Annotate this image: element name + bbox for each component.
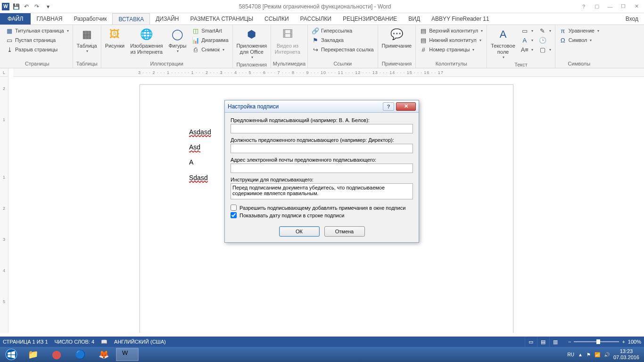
tab-home[interactable]: ГЛАВНАЯ	[31, 13, 68, 25]
screenshot-icon: ⎙	[192, 46, 199, 53]
signature-line-button[interactable]: ✎▾	[537, 26, 553, 35]
close-icon[interactable]: ✕	[631, 2, 642, 11]
document-area[interactable]: Asdasd Asd A Sdasd	[8, 77, 644, 333]
chart-button[interactable]: 📊Диаграмма	[190, 35, 230, 45]
quick-parts-button[interactable]: ▭▾	[519, 26, 535, 35]
doc-line[interactable]: Asd	[189, 143, 200, 151]
tab-page-layout[interactable]: РАЗМЕТКА СТРАНИЦЫ	[185, 13, 259, 25]
zoom-out-icon[interactable]: −	[568, 339, 571, 345]
bookmark-button[interactable]: ⚑Закладка	[310, 35, 376, 45]
web-layout-icon[interactable]: ▥	[549, 337, 561, 347]
redo-icon[interactable]: ↷	[33, 3, 41, 10]
tab-insert[interactable]: ВСТАВКА	[112, 13, 150, 25]
read-mode-icon[interactable]: ▭	[525, 337, 537, 347]
table-button[interactable]: ▦ Таблица ▾	[75, 26, 99, 55]
symbol-button[interactable]: ΩСимвол▾	[557, 35, 601, 45]
page-icon: ▦	[6, 27, 13, 34]
tray-volume-icon[interactable]: 🔊	[604, 352, 610, 357]
status-page[interactable]: СТРАНИЦА 1 ИЗ 1	[3, 339, 48, 345]
zoom-track[interactable]	[574, 341, 619, 342]
screenshot-button[interactable]: ⎙Снимок▾	[190, 45, 230, 54]
status-bar: СТРАНИЦА 1 ИЗ 1 ЧИСЛО СЛОВ: 4 📖 АНГЛИЙСК…	[0, 337, 644, 347]
zoom-slider[interactable]: − + 100%	[568, 339, 641, 345]
horizontal-ruler[interactable]: 3 · · · 2 · · · 1 · · · · · · 1 · · · 2 …	[13, 68, 644, 77]
minimize-icon[interactable]: —	[604, 2, 616, 11]
ribbon-options-icon[interactable]: ▢	[591, 2, 603, 11]
document-content[interactable]: Asdasd Asd A Sdasd	[140, 85, 513, 185]
taskbar-chrome[interactable]: 🔵	[69, 348, 91, 361]
group-pages: ▦Титульная страница▾ ▭Пустая страница ⤓Р…	[2, 25, 73, 68]
zoom-value[interactable]: 100%	[628, 339, 641, 345]
doc-line[interactable]: A	[189, 155, 513, 170]
taskbar-app-red[interactable]: ⬤	[45, 348, 68, 361]
header-label: Верхний колонтитул	[429, 28, 478, 33]
dropcap-button[interactable]: A≡▾	[519, 45, 535, 54]
object-button[interactable]: ▢▾	[537, 45, 553, 54]
save-icon[interactable]: 💾	[12, 3, 20, 10]
chrome-icon: 🔵	[75, 349, 85, 360]
doc-line[interactable]: Asdasd	[189, 128, 211, 136]
shapes-button[interactable]: ◯Фигуры▾	[166, 26, 188, 55]
tab-file[interactable]: ФАЙЛ	[0, 13, 31, 25]
tab-view[interactable]: ВИД	[403, 13, 426, 25]
tab-mailings[interactable]: РАССЫЛКИ	[295, 13, 337, 25]
tray-network-icon[interactable]: 📶	[594, 352, 600, 357]
page[interactable]: Asdasd Asd A Sdasd	[140, 84, 513, 333]
start-button[interactable]	[2, 348, 21, 361]
proofing-icon[interactable]: 📖	[101, 339, 107, 345]
hyperlink-button[interactable]: 🔗Гиперссылка	[310, 26, 376, 35]
blank-page-icon: ▭	[6, 36, 13, 44]
group-comments-label: Примечания	[380, 60, 414, 68]
undo-icon[interactable]: ↶	[23, 3, 30, 10]
wordart-button[interactable]: A▾	[519, 35, 535, 45]
online-pictures-button[interactable]: 🌐Изображения из Интернета	[128, 26, 165, 56]
datetime-button[interactable]: 🕒	[537, 35, 553, 45]
footer-button[interactable]: ▤Нижний колонтитул▾	[418, 35, 485, 45]
help-icon[interactable]: ?	[578, 2, 589, 11]
zoom-thumb[interactable]	[596, 339, 600, 344]
textbox-button[interactable]: AТекстовое поле▾	[489, 26, 517, 61]
smartart-icon: ◫	[192, 27, 199, 34]
tray-flag-icon[interactable]: ▲	[578, 352, 583, 357]
pictures-label: Рисунки	[105, 43, 125, 49]
print-layout-icon[interactable]: ▤	[537, 337, 549, 347]
smartart-button[interactable]: ◫SmartArt	[190, 26, 230, 35]
taskbar-word[interactable]: W	[116, 348, 139, 361]
tray-lang[interactable]: RU	[568, 352, 574, 357]
taskbar-firefox[interactable]: 🦊	[92, 348, 115, 361]
group-pages-label: Страницы	[4, 60, 71, 68]
status-words[interactable]: ЧИСЛО СЛОВ: 4	[55, 339, 95, 345]
qat-customize-icon[interactable]: ▾	[44, 3, 52, 10]
vertical-ruler[interactable]: 2112345	[0, 77, 8, 333]
tray-clock[interactable]: 13:23 07.03.2016	[613, 348, 639, 361]
tab-references[interactable]: ССЫЛКИ	[259, 13, 294, 25]
pictures-button[interactable]: 🖼Рисунки	[103, 26, 127, 50]
tab-review[interactable]: РЕЦЕНЗИРОВАНИЕ	[337, 13, 403, 25]
tab-abbyy[interactable]: ABBYY FineReader 11	[426, 13, 495, 25]
tab-developer[interactable]: Разработчик	[68, 13, 112, 25]
page-break-button[interactable]: ⤓Разрыв страницы	[4, 45, 71, 54]
crossref-button[interactable]: ↪Перекрестная ссылка	[310, 45, 376, 54]
zoom-in-icon[interactable]: +	[622, 339, 625, 345]
quickparts-icon: ▭	[521, 27, 528, 34]
sign-in-link[interactable]: Вход	[620, 13, 644, 25]
dropcap-icon: A≡	[521, 46, 528, 53]
apps-button[interactable]: ⬢Приложения для Office▾	[235, 26, 269, 61]
header-button[interactable]: ▤Верхний колонтитул▾	[418, 26, 485, 35]
datetime-icon: 🕒	[539, 36, 546, 44]
group-apps: ⬢Приложения для Office▾ Приложения	[233, 25, 271, 68]
doc-line[interactable]: Sdasd	[189, 174, 208, 181]
blank-page-button[interactable]: ▭Пустая страница	[4, 35, 71, 45]
group-symbols-label: Символы	[557, 60, 601, 68]
comment-button[interactable]: 💬Примечание	[380, 26, 414, 50]
taskbar-explorer[interactable]: 📁	[22, 348, 44, 361]
video-icon: 🎞	[280, 27, 295, 42]
cover-page-button[interactable]: ▦Титульная страница▾	[4, 26, 71, 35]
tray-action-center-icon[interactable]: ⚑	[586, 352, 591, 357]
textbox-label: Текстовое поле	[491, 43, 515, 55]
maximize-icon[interactable]: ☐	[618, 2, 629, 11]
tab-design[interactable]: ДИЗАЙН	[150, 13, 184, 25]
page-number-button[interactable]: #Номер страницы▾	[418, 45, 485, 54]
equation-button[interactable]: πУравнение▾	[557, 26, 601, 35]
status-language[interactable]: АНГЛИЙСКИЙ (США)	[114, 339, 166, 345]
